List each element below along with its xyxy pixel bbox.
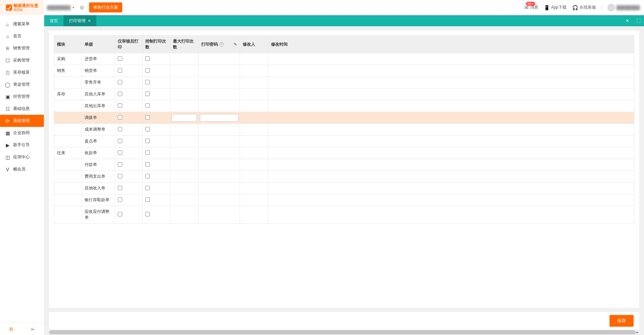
collapse-icon[interactable]: ⇤ xyxy=(31,326,35,332)
checkbox-audit_only[interactable] xyxy=(118,56,122,61)
checkbox-limit[interactable] xyxy=(145,139,150,143)
checkbox-audit_only[interactable] xyxy=(118,80,122,84)
fullscreen-icon[interactable]: ⛶ xyxy=(633,15,644,26)
checkbox-audit_only[interactable] xyxy=(118,127,122,131)
checkbox-audit_only[interactable] xyxy=(118,92,122,96)
cell-doc: 销货单 xyxy=(82,65,115,77)
cell-pwd xyxy=(199,65,240,77)
cell-mtime xyxy=(268,194,634,206)
save-button[interactable]: 保存 xyxy=(609,315,634,327)
table-row[interactable]: 零售开单 xyxy=(54,77,634,89)
checkbox-audit_only[interactable] xyxy=(118,68,122,73)
input-max[interactable] xyxy=(172,114,197,122)
checkbox-audit_only[interactable] xyxy=(118,174,122,178)
table-row[interactable]: 应收应付调整单 xyxy=(54,206,634,224)
checkbox-limit[interactable] xyxy=(145,197,150,202)
app-download-button[interactable]: 📱 App下载 xyxy=(544,4,567,10)
checkbox-audit_only[interactable] xyxy=(118,186,122,190)
table-row[interactable]: 付款单 xyxy=(54,159,634,171)
table-row[interactable]: 库存其他入库单 xyxy=(54,89,634,100)
sidebar-item-purchase[interactable]: ☐采购管理 xyxy=(0,54,44,66)
checkbox-limit[interactable] xyxy=(145,186,150,190)
close-icon[interactable]: ✕ xyxy=(88,19,91,23)
tab-首页[interactable]: 首页 xyxy=(44,15,64,26)
cell-doc: 应收应付调整单 xyxy=(82,206,115,224)
cell-limit xyxy=(143,77,170,89)
checkbox-audit_only[interactable] xyxy=(118,162,122,167)
settings-icon[interactable]: ⚙ xyxy=(9,326,13,332)
sidebar-item-apps[interactable]: ◫应用中心 xyxy=(0,151,44,163)
table-row[interactable]: 往来收款单 xyxy=(54,147,634,159)
checkbox-limit[interactable] xyxy=(145,115,150,120)
sidebar-item-search-icon: ⌕ xyxy=(5,21,10,27)
cell-limit xyxy=(143,53,170,65)
col-pwd: 打印密码?✎ xyxy=(199,36,240,53)
table-row[interactable]: 盘点单 xyxy=(54,136,634,147)
sidebar-item-label: 搜索菜单 xyxy=(13,21,30,27)
checkbox-limit[interactable] xyxy=(145,162,150,167)
sidebar-item-collab[interactable]: ▦企业协同 xyxy=(0,127,44,139)
table-row[interactable]: 费用支出单 xyxy=(54,171,634,183)
table-row[interactable]: 银行存取款单 xyxy=(54,194,634,206)
col-label: 控制打印次数 xyxy=(145,38,167,50)
messages-button[interactable]: 99 + ✉ 消息 xyxy=(525,4,538,10)
help-icon[interactable]: ? xyxy=(219,42,224,47)
checkbox-limit[interactable] xyxy=(145,56,150,61)
tab-close-all[interactable]: ✕ xyxy=(622,15,633,26)
checkbox-audit_only[interactable] xyxy=(118,150,122,155)
table-row[interactable]: 其他出库单 xyxy=(54,100,634,112)
online-service-button[interactable]: 🎧 在线客服 xyxy=(572,4,596,10)
cell-modifier xyxy=(240,112,268,124)
sidebar-item-system[interactable]: ⟳系统管理 xyxy=(0,115,44,127)
checkbox-audit_only[interactable] xyxy=(118,139,122,143)
sidebar-item-guide[interactable]: ▶新手引导 xyxy=(0,139,44,151)
cell-modifier xyxy=(240,136,268,147)
cell-pwd xyxy=(199,183,240,194)
checkbox-limit[interactable] xyxy=(145,174,150,178)
promo-button[interactable]: 体验行业方案 xyxy=(89,2,122,12)
sidebar-item-home[interactable]: ⌂首页 xyxy=(0,30,44,42)
gear-icon[interactable]: ⚙ xyxy=(77,5,87,10)
table-row[interactable]: 销售销货单 xyxy=(54,65,634,77)
checkbox-limit[interactable] xyxy=(145,127,150,131)
sidebar-bottom: ⚙ ⇤ xyxy=(0,323,44,335)
sidebar-item-funds[interactable]: ◯资金管理 xyxy=(0,78,44,91)
table-row[interactable]: 其他收入单 xyxy=(54,183,634,194)
divider xyxy=(602,5,602,10)
tab-打印管理[interactable]: 打印管理✕ xyxy=(64,15,96,26)
sidebar-item-business[interactable]: ▣经营管理 xyxy=(0,91,44,103)
table-row[interactable]: 成本调整单 xyxy=(54,124,634,136)
checkbox-audit_only[interactable] xyxy=(118,197,122,202)
cell-audit_only xyxy=(115,53,143,65)
edit-icon[interactable]: ✎ xyxy=(234,42,237,47)
user-menu[interactable]: ████████ xyxy=(607,4,640,11)
checkbox-audit_only[interactable] xyxy=(118,115,122,120)
checkbox-limit[interactable] xyxy=(145,68,150,73)
checkbox-limit[interactable] xyxy=(145,92,150,96)
table-row[interactable]: 采购进货单 xyxy=(54,53,634,65)
scroll-right-icon[interactable]: ▶ xyxy=(635,330,640,334)
sidebar-item-basedata[interactable]: ☷基础信息 xyxy=(0,103,44,115)
sidebar-item-sales[interactable]: ⎘销售管理 xyxy=(0,42,44,54)
cell-pwd xyxy=(199,77,240,89)
col-label: 打印密码 xyxy=(201,41,218,47)
cell-mtime xyxy=(268,53,634,65)
checkbox-limit[interactable] xyxy=(145,212,150,216)
checkbox-limit[interactable] xyxy=(145,150,150,155)
sidebar-item-search[interactable]: ⌕搜索菜单 xyxy=(0,18,44,30)
sidebar-item-member[interactable]: V畅会员 xyxy=(0,163,44,175)
horizontal-scrollbar[interactable]: ◀ ▶ xyxy=(49,330,639,334)
cell-limit xyxy=(143,124,170,136)
cell-max xyxy=(170,147,199,159)
cell-doc: 进货单 xyxy=(82,53,115,65)
sidebar-item-inventory[interactable]: ⌹库存核算 xyxy=(0,66,44,78)
cell-limit xyxy=(143,171,170,183)
input-pwd[interactable] xyxy=(200,114,238,122)
table-row[interactable]: 调拨单 xyxy=(54,112,634,124)
checkbox-audit_only[interactable] xyxy=(118,212,122,216)
org-switcher[interactable]: ████████ ▾ xyxy=(44,5,77,10)
checkbox-limit[interactable] xyxy=(145,103,150,108)
scroll-thumb[interactable] xyxy=(49,330,636,334)
checkbox-audit_only[interactable] xyxy=(118,103,122,108)
checkbox-limit[interactable] xyxy=(145,80,150,84)
